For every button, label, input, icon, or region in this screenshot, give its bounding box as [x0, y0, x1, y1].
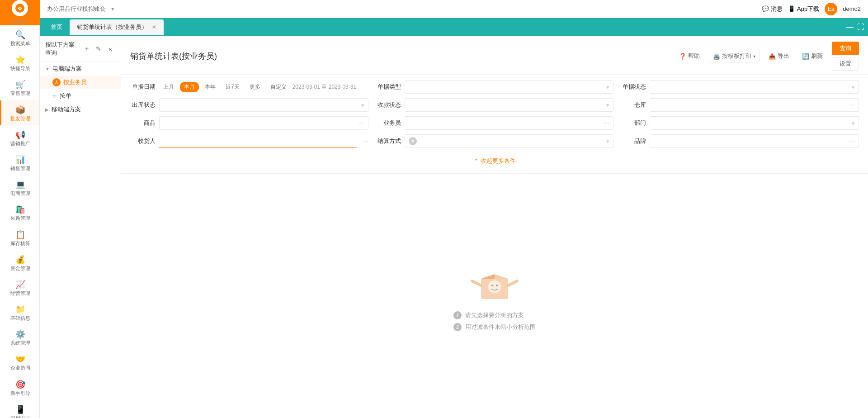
- outstatus-chevron-icon: ▾: [361, 102, 364, 109]
- print-button[interactable]: 🖨️ 按模板打印 ▾: [709, 50, 760, 62]
- tab-maximize-icon[interactable]: ⛶: [857, 23, 864, 31]
- inventory-icon: 📋: [15, 230, 25, 240]
- tree-node-mobile-plan[interactable]: ▶ 移动端方案: [40, 103, 121, 116]
- receiver-input[interactable]: [159, 134, 357, 148]
- sidebar-item-app-center[interactable]: 📱 应用中心: [0, 400, 39, 418]
- sidebar-item-enterprise[interactable]: 🤝 企业协同: [0, 350, 39, 375]
- settings-button[interactable]: 设置: [832, 57, 859, 71]
- salesperson-dots: ···: [604, 119, 609, 127]
- outstatus-select[interactable]: ▾: [159, 98, 368, 112]
- sidebar-item-search[interactable]: 🔍 搜索菜单: [0, 25, 39, 50]
- sidebar-logo-label: 标账版: [13, 16, 27, 25]
- docstatus-select[interactable]: ▾: [650, 80, 859, 94]
- collapse-icon: ⌃: [474, 158, 479, 165]
- left-panel-actions: ＋ ✎ «: [82, 44, 115, 54]
- collapse-panel-button[interactable]: «: [105, 44, 115, 54]
- add-plan-button[interactable]: ＋: [82, 44, 92, 54]
- date-btn-this-month[interactable]: 本月: [180, 82, 199, 92]
- help-icon: ❓: [679, 53, 686, 60]
- dept-chevron-icon: ▾: [852, 120, 855, 127]
- sales-icon: 📊: [15, 155, 25, 165]
- sidebar-item-system[interactable]: ⚙️ 系统管理: [0, 325, 39, 350]
- sidebar-item-finance[interactable]: 💰 资金管理: [0, 250, 39, 275]
- filter-receiver-item: 收货人 ···: [130, 134, 368, 148]
- enterprise-icon: 🤝: [15, 354, 25, 364]
- tab-close-icon[interactable]: ✕: [152, 24, 156, 30]
- user-name[interactable]: demo2: [843, 5, 861, 12]
- warehouse-label: 仓库: [621, 101, 646, 109]
- date-btn-7days[interactable]: 近7天: [222, 82, 244, 92]
- empty-steps: 1 请先选择要分析的方案 2 用过滤条件来缩小分析范围: [453, 311, 536, 331]
- step1-num: 1: [453, 311, 462, 319]
- tree-node-by-salesperson[interactable]: 人 按业务员: [40, 76, 121, 89]
- empty-illustration: [467, 261, 522, 306]
- app-download-action[interactable]: 📱 App下载: [788, 5, 819, 13]
- sidebar-item-retail[interactable]: 🛒 零售管理: [0, 75, 39, 100]
- tabbar: 首页 销货单统计表（按业务员） ✕ — ⛶: [40, 18, 868, 36]
- doctype-select[interactable]: ▾: [405, 80, 614, 94]
- system-icon: ⚙️: [15, 329, 25, 339]
- salesperson-select[interactable]: ···: [405, 116, 614, 130]
- refresh-button[interactable]: 🔄 刷新: [798, 50, 826, 62]
- filter-warehouse-item: 仓库 ···: [621, 98, 859, 112]
- sidebar-item-basic-info[interactable]: 📁 基础信息: [0, 300, 39, 325]
- collapse-filter-button[interactable]: ⌃ 收起更多条件: [130, 154, 859, 168]
- settlement-select[interactable]: ✕ ▾: [405, 134, 614, 148]
- date-btn-custom[interactable]: 自定义: [266, 82, 291, 92]
- salesperson-plan-icon: 人: [52, 78, 61, 86]
- left-panel: 按以下方案查询 ＋ ✎ « ▼ 电脑端方案 人 按业务员 ≡ 按单: [40, 36, 121, 418]
- search-icon: 🔍: [15, 30, 25, 40]
- query-button[interactable]: 查询: [832, 42, 859, 55]
- tree-node-pc-plan[interactable]: ▼ 电脑端方案: [40, 62, 121, 76]
- sidebar-logo: 标账版: [0, 0, 40, 25]
- topbar: 办公用品行业模拟账套 ▾ 💬 消息 📱 App下载 Ea demo2: [40, 0, 868, 18]
- left-panel-title: 按以下方案查询: [45, 41, 79, 57]
- dept-select[interactable]: ▾: [650, 116, 859, 130]
- filter-doctype-item: 单据类型 ▾: [376, 80, 614, 94]
- goods-select[interactable]: ···: [159, 116, 368, 130]
- date-btn-more[interactable]: 更多: [245, 82, 264, 92]
- sidebar-item-marketing[interactable]: 📢 营销推广: [0, 125, 39, 150]
- app-name: 办公用品行业模拟账套: [47, 5, 106, 13]
- sidebar-item-wholesale[interactable]: 📦 批发管理: [0, 100, 39, 125]
- sidebar-item-sales[interactable]: 📊 销售管理: [0, 150, 39, 175]
- settlement-clear-button[interactable]: ✕: [409, 137, 417, 145]
- dept-label: 部门: [621, 119, 646, 127]
- sidebar-item-inventory[interactable]: 📋 库存核算: [0, 225, 39, 250]
- sidebar-item-quick-nav[interactable]: ⭐ 快捷导航: [0, 50, 39, 75]
- docstatus-label: 单据状态: [621, 83, 646, 91]
- tab-minimize-icon[interactable]: —: [846, 23, 854, 31]
- basic-info-icon: 📁: [15, 304, 25, 314]
- sidebar-item-operation[interactable]: 📈 经营管理: [0, 275, 39, 300]
- sidebar-item-ecommerce[interactable]: 💻 电商管理: [0, 175, 39, 200]
- empty-step-1: 1 请先选择要分析的方案: [453, 311, 524, 319]
- svg-line-8: [472, 281, 481, 285]
- help-button[interactable]: ❓ 帮助: [675, 50, 703, 62]
- message-action[interactable]: 💬 消息: [762, 5, 783, 13]
- tab-sales-stats[interactable]: 销货单统计表（按业务员） ✕: [70, 19, 164, 35]
- edit-plan-button[interactable]: ✎: [94, 44, 104, 54]
- page-title: 销货单统计表(按业务员): [130, 51, 675, 62]
- tab-home[interactable]: 首页: [43, 19, 70, 35]
- newbie-icon: 🎯: [15, 380, 25, 390]
- right-panel: 销货单统计表(按业务员) ❓ 帮助 🖨️ 按模板打印 ▾ 📤 导出: [121, 36, 868, 418]
- avatar[interactable]: Ea: [825, 3, 837, 15]
- receiptstatus-chevron-icon: ▾: [606, 102, 609, 109]
- receiptstatus-select[interactable]: ▾: [405, 98, 614, 112]
- goods-label: 商品: [130, 119, 156, 127]
- collapse-icon: ▶: [45, 107, 49, 112]
- date-btn-this-year[interactable]: 本年: [201, 82, 220, 92]
- sidebar-item-newbie[interactable]: 🎯 新手引导: [0, 375, 39, 400]
- brand-select[interactable]: ···: [650, 134, 859, 148]
- tree-node-by-order[interactable]: ≡ 按单: [40, 89, 121, 103]
- filter-brand-item: 品牌 ···: [621, 134, 859, 148]
- empty-state: 1 请先选择要分析的方案 2 用过滤条件来缩小分析范围: [121, 174, 868, 418]
- refresh-icon: 🔄: [802, 53, 809, 60]
- sidebar-item-purchase[interactable]: 🛍️ 采购管理: [0, 200, 39, 225]
- export-button[interactable]: 📤 导出: [765, 50, 793, 62]
- download-icon: 📱: [788, 5, 795, 12]
- finance-icon: 💰: [15, 255, 25, 265]
- warehouse-select[interactable]: ···: [650, 98, 859, 112]
- date-btn-last-month[interactable]: 上月: [159, 82, 178, 92]
- topbar-dropdown-icon[interactable]: ▾: [111, 5, 114, 12]
